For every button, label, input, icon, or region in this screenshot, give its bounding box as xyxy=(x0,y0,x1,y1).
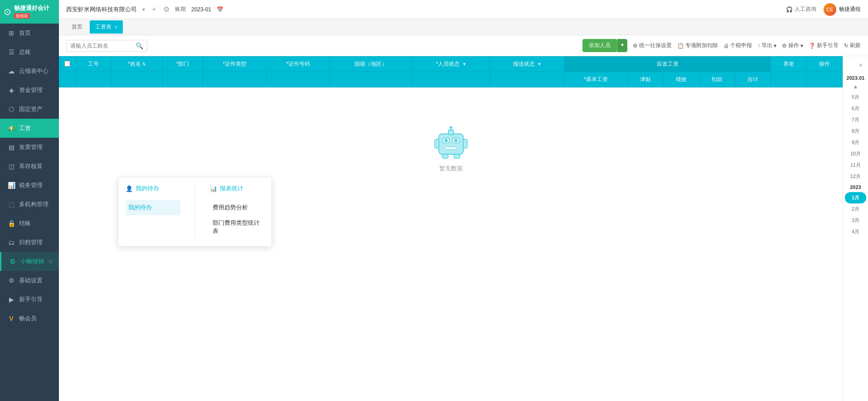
sidebar-label-closing: 结账 xyxy=(19,219,31,227)
timeline-scroll[interactable]: 5月 6月 7月 8月 9月 10月 11月 12月 2023 1月 2月 3月… xyxy=(843,92,868,401)
col-salary-group: 应发工资 xyxy=(564,57,771,72)
sidebar: ⊙ 畅捷通好会计 旗舰版 ⊞ 首页 ☰ 总账 ☁ 云报表中心 ◈ 资金管理 ⬡ … xyxy=(0,0,59,401)
sidebar-label-xiaochang: 小畅报销 xyxy=(20,257,44,266)
sidebar-item-invoice[interactable]: ▤ 发票管理 xyxy=(0,138,59,157)
sidebar-label-home: 首页 xyxy=(19,29,31,37)
timeline-month-6[interactable]: 6月 xyxy=(845,103,866,114)
sidebar-item-ledger[interactable]: ☰ 总账 xyxy=(0,43,59,62)
col-status[interactable]: *人员状态 ▼ xyxy=(412,57,490,72)
app-logo[interactable]: ⊙ 畅捷通好会计 旗舰版 xyxy=(0,0,59,24)
closing-icon: 🔒 xyxy=(7,220,15,227)
operations-action[interactable]: ⚙ 操作 ▾ xyxy=(782,42,803,49)
popup-col1-title: 我的待办 xyxy=(136,184,159,193)
support-button[interactable]: 🎧 人工咨询 xyxy=(786,5,816,13)
svg-rect-9 xyxy=(435,139,439,148)
period-value: 2023-01 xyxy=(191,6,211,13)
timeline-month-11[interactable]: 11月 xyxy=(845,159,866,171)
col-emp-no: 工号 xyxy=(76,57,112,72)
sidebar-item-tax[interactable]: 📊 税务管理 xyxy=(0,176,59,195)
sidebar-item-funds[interactable]: ◈ 资金管理 xyxy=(0,81,59,100)
topbar-right: 🎧 人工咨询 CE 畅捷通组 xyxy=(786,3,861,16)
col-send-status[interactable]: 报送状态 ▼ xyxy=(490,57,564,72)
personal-tax-action[interactable]: 🖨 个税申报 xyxy=(723,42,752,49)
popup-item-my-todo[interactable]: 我的待办 xyxy=(126,200,180,215)
tab-salary[interactable]: 工资表 × xyxy=(90,20,123,34)
col-name[interactable]: *姓名 ⇅ xyxy=(111,57,162,72)
send-status-filter-icon: ▼ xyxy=(537,62,542,67)
timeline-month-8[interactable]: 8月 xyxy=(845,126,866,137)
timeline-year-2023: 2023 xyxy=(845,182,866,192)
sub-status xyxy=(412,72,490,87)
timeline-month-12[interactable]: 12月 xyxy=(845,171,866,182)
tab-close-button[interactable]: × xyxy=(114,24,117,30)
operations-label: 操作 xyxy=(788,42,799,49)
timeline-up-nav[interactable]: ▲ xyxy=(851,82,860,92)
sidebar-item-inventory[interactable]: ◫ 库存核算 xyxy=(0,157,59,176)
timeline-month-5[interactable]: 5月 xyxy=(845,92,866,103)
period-calendar-icon[interactable]: 📅 xyxy=(217,6,223,13)
user-menu[interactable]: CE 畅捷通组 xyxy=(824,3,861,16)
timeline-month-10[interactable]: 10月 xyxy=(845,148,866,159)
special-deduction-action[interactable]: 📋 专项附加扣除 xyxy=(677,42,718,49)
sidebar-item-fixed-assets[interactable]: ⬡ 固定资产 xyxy=(0,100,59,119)
company-name: 西安虾米网络科技有限公司 xyxy=(66,5,137,14)
timeline-month-7[interactable]: 7月 xyxy=(845,114,866,126)
sidebar-label-member: 畅会员 xyxy=(19,314,37,323)
sidebar-item-home[interactable]: ⊞ 首页 xyxy=(0,24,59,43)
sub-total: 合计 xyxy=(735,72,771,87)
sidebar-item-new-guide[interactable]: ▶ 新手引导 xyxy=(0,290,59,309)
funds-icon: ◈ xyxy=(7,87,15,94)
sidebar-item-salary[interactable]: 💵 工资 xyxy=(0,119,59,138)
new-guide-action-icon: ❓ xyxy=(809,43,815,49)
sub-deduction: 扣款 xyxy=(699,72,735,87)
timeline-close-button[interactable]: × xyxy=(855,58,866,72)
refresh-action[interactable]: ↻ 刷新 xyxy=(844,42,861,49)
add-person-dropdown[interactable]: ▾ xyxy=(617,39,627,52)
sidebar-item-member[interactable]: V 畅会员 xyxy=(0,309,59,328)
popup-item-dept-cost[interactable]: 部门费用类型统计表 xyxy=(210,215,265,239)
timeline-month-3[interactable]: 3月 xyxy=(845,215,866,226)
search-input[interactable] xyxy=(70,43,134,49)
personal-tax-icon: 🖨 xyxy=(723,43,729,49)
export-dropdown-icon: ▾ xyxy=(774,43,776,49)
popup-item-cost-trend[interactable]: 费用趋势分析 xyxy=(210,200,265,215)
sidebar-item-basic-settings[interactable]: ⚙ 基础设置 xyxy=(0,271,59,290)
inventory-icon: ◫ xyxy=(7,163,15,170)
refresh-icon: ↻ xyxy=(844,43,849,49)
sidebar-item-cloud-report[interactable]: ☁ 云报表中心 xyxy=(0,62,59,81)
new-guide-action[interactable]: ❓ 新手引导 xyxy=(809,42,839,49)
sidebar-item-closing[interactable]: 🔒 结账 xyxy=(0,214,59,233)
company-dropdown-icon[interactable]: ▾ xyxy=(142,6,145,13)
tabs-bar: 首页 工资表 × xyxy=(59,19,868,35)
svg-rect-12 xyxy=(454,155,460,159)
invoice-icon: ▤ xyxy=(7,144,15,151)
user-name: 畅捷通组 xyxy=(839,5,861,13)
svg-point-4 xyxy=(454,139,457,142)
sidebar-item-xiaochang[interactable]: G 小畅报销 ◁ xyxy=(0,252,59,271)
reports-header-icon: 📊 xyxy=(210,185,217,192)
sidebar-item-multi-org[interactable]: ⬚ 多机构管理 xyxy=(0,195,59,214)
search-icon[interactable]: 🔍 xyxy=(136,42,143,49)
member-icon: V xyxy=(7,315,15,322)
col-country: 国籍（地区） xyxy=(330,57,412,72)
tab-home[interactable]: 首页 xyxy=(66,20,88,34)
social-insurance-icon: ⚙ xyxy=(633,43,638,49)
sidebar-item-archive[interactable]: 🗂 归档管理 xyxy=(0,233,59,252)
timeline-month-2[interactable]: 2月 xyxy=(845,203,866,215)
col-dept: *部门 xyxy=(163,57,203,72)
topbar-settings-button[interactable]: ⚙ xyxy=(163,5,170,14)
select-all-checkbox[interactable] xyxy=(64,61,70,67)
topbar-add-button[interactable]: ＋ xyxy=(150,5,158,14)
timeline-month-9[interactable]: 9月 xyxy=(845,137,866,148)
todo-header-icon: 👤 xyxy=(126,185,133,192)
add-person-button[interactable]: 添加人员 xyxy=(582,39,617,52)
tab-salary-label: 工资表 xyxy=(95,23,112,31)
col-check[interactable] xyxy=(59,57,76,72)
sidebar-label-salary: 工资 xyxy=(19,124,31,132)
timeline-month-4[interactable]: 4月 xyxy=(845,226,866,237)
social-insurance-action[interactable]: ⚙ 统一社保设置 xyxy=(633,42,672,49)
sub-check xyxy=(59,72,76,87)
timeline-month-1[interactable]: 1月 xyxy=(845,192,866,203)
export-action[interactable]: ↑ 导出 ▾ xyxy=(757,42,776,49)
popup-col-todo: 👤 我的待办 我的待办 xyxy=(126,184,180,239)
